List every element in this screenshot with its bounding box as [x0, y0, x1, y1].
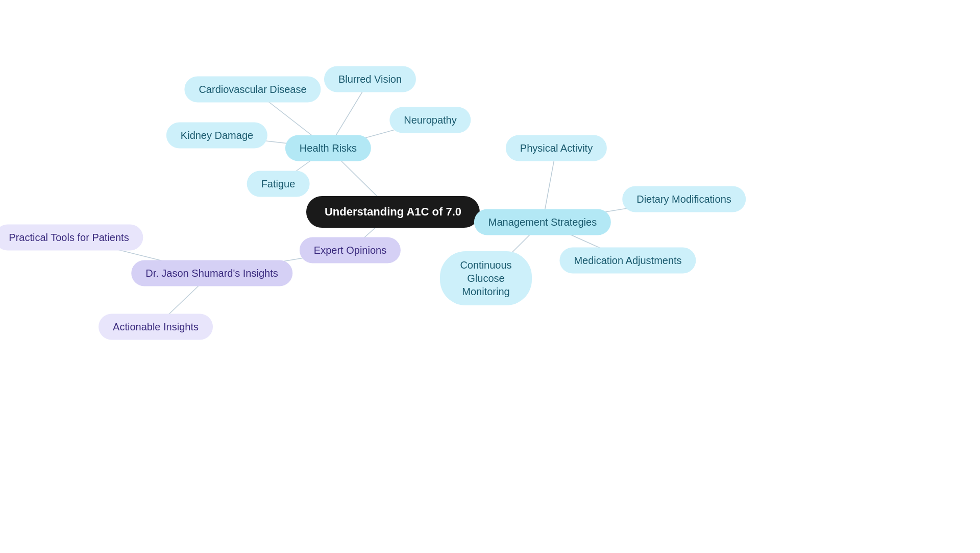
center-node[interactable]: Understanding A1C of 7.0	[306, 196, 480, 228]
node-physical-activity[interactable]: Physical Activity	[506, 135, 607, 161]
node-actionable[interactable]: Actionable Insights	[99, 314, 213, 340]
node-medication[interactable]: Medication Adjustments	[559, 248, 696, 274]
node-dietary[interactable]: Dietary Modifications	[622, 186, 746, 212]
node-health-risks[interactable]: Health Risks	[285, 135, 371, 161]
node-expert[interactable]: Expert Opinions	[300, 237, 401, 263]
node-kidney-damage[interactable]: Kidney Damage	[166, 123, 267, 149]
node-blurred-vision[interactable]: Blurred Vision	[324, 66, 416, 92]
node-dr-jason[interactable]: Dr. Jason Shumard's Insights	[131, 260, 292, 286]
node-fatigue[interactable]: Fatigue	[247, 171, 310, 197]
node-management[interactable]: Management Strategies	[474, 209, 611, 235]
node-cardiovascular[interactable]: Cardiovascular Disease	[184, 77, 321, 103]
mind-map: Understanding A1C of 7.0Health RisksCard…	[0, 0, 980, 553]
node-glucose[interactable]: Continuous Glucose Monitoring	[440, 251, 532, 305]
node-neuropathy[interactable]: Neuropathy	[389, 107, 471, 133]
node-practical[interactable]: Practical Tools for Patients	[0, 225, 143, 251]
